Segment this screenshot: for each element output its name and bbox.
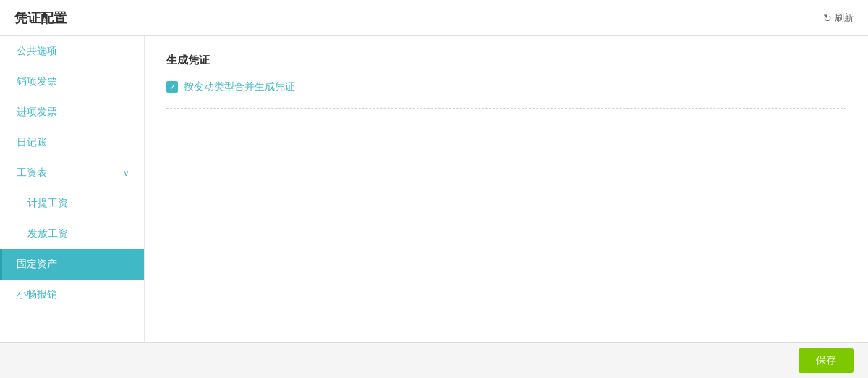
refresh-label: 刷新 — [835, 12, 854, 25]
sidebar-item-label: 固定资产 — [17, 258, 57, 271]
sidebar-item-public-options[interactable]: 公共选项 — [0, 36, 144, 67]
sidebar-item-label: 销项发票 — [17, 75, 57, 88]
sidebar-item-commission[interactable]: 计提工资 — [0, 188, 144, 219]
refresh-icon: ↻ — [823, 12, 832, 24]
save-button[interactable]: 保存 — [799, 348, 854, 373]
sidebar-item-purchase-invoice[interactable]: 进项发票 — [0, 97, 144, 127]
sidebar-item-fixed-assets[interactable]: 固定资产 — [0, 249, 144, 280]
merge-checkbox[interactable]: ✓ — [166, 81, 178, 93]
divider — [166, 108, 846, 109]
sidebar-item-payroll[interactable]: 工资表∨ — [0, 158, 144, 188]
page-header: 凭证配置 ↻ 刷新 — [0, 0, 868, 36]
sidebar-item-label: 发放工资 — [27, 227, 68, 240]
sidebar-item-expense[interactable]: 小畅报销 — [0, 280, 144, 310]
content-area: 生成凭证 ✓ 按变动类型合并生成凭证 — [145, 36, 868, 342]
checkbox-row: ✓ 按变动类型合并生成凭证 — [166, 80, 846, 93]
sidebar-item-label: 公共选项 — [17, 45, 57, 58]
check-mark-icon: ✓ — [169, 83, 176, 91]
sidebar: 公共选项销项发票进项发票日记账工资表∨计提工资发放工资固定资产小畅报销 — [0, 36, 145, 342]
sidebar-item-label: 计提工资 — [27, 197, 68, 210]
checkbox-label[interactable]: 按变动类型合并生成凭证 — [184, 80, 295, 93]
footer: 保存 — [0, 342, 868, 378]
sidebar-item-label: 日记账 — [17, 136, 47, 149]
refresh-button[interactable]: ↻ 刷新 — [823, 12, 854, 25]
page-title: 凭证配置 — [14, 9, 67, 27]
sidebar-item-label: 小畅报销 — [17, 288, 57, 301]
sidebar-item-label: 进项发票 — [17, 106, 57, 119]
sidebar-item-label: 工资表 — [17, 167, 47, 180]
main-area: 公共选项销项发票进项发票日记账工资表∨计提工资发放工资固定资产小畅报销 生成凭证… — [0, 36, 868, 342]
sidebar-item-sales-invoice[interactable]: 销项发票 — [0, 67, 144, 97]
chevron-down-icon: ∨ — [123, 168, 129, 178]
sidebar-item-distribute[interactable]: 发放工资 — [0, 219, 144, 249]
section-title: 生成凭证 — [166, 54, 846, 67]
sidebar-item-journal[interactable]: 日记账 — [0, 127, 144, 158]
